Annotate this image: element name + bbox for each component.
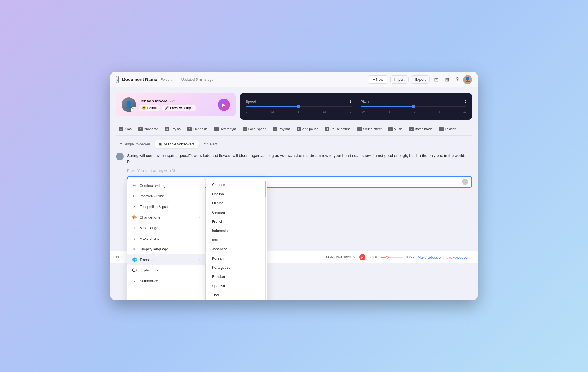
menu-improve-writing[interactable]: ↻ Improve writing [127, 191, 205, 201]
default-tag[interactable]: 😊 Default [139, 105, 160, 111]
tab-single-voiceover[interactable]: ≡ Single voiceover [116, 140, 154, 148]
toolbar-local-speed[interactable]: ≈ Local speed [240, 125, 269, 133]
menu-explain-this[interactable]: 💬 Explain this [127, 265, 205, 275]
fix-spelling-icon: ✓ [132, 204, 137, 209]
menu-make-shorter[interactable]: ↕ Make shorter [127, 233, 205, 244]
lang-italian[interactable]: Italian [206, 235, 267, 244]
ai-menu: ✏ Continue writing ↻ Improve writing ✓ [127, 178, 205, 300]
menu-simplify-language[interactable]: ≈ Simplify language [127, 244, 205, 254]
export-button[interactable]: Export [411, 75, 430, 84]
tab-select-icon: ≡ [204, 142, 206, 146]
time-end: 00:27 [406, 255, 414, 259]
ai-send-button[interactable]: → [462, 179, 468, 185]
bgm-name: love_wins [336, 255, 351, 259]
toolbar-add-pause[interactable]: II Add pause [294, 125, 321, 133]
language-scrollbar [265, 181, 266, 300]
back-button[interactable]: ‹ [116, 76, 119, 83]
rhythm-icon: ♪ [273, 127, 277, 131]
main-content: 👤 ♡ Jenson Moore · 24K 😊 Default 🎤 Previ… [110, 87, 478, 195]
improve-writing-icon: ↻ [132, 194, 137, 199]
preview-tag[interactable]: 🎤 Preview sample [162, 105, 196, 111]
grid-icon-button[interactable]: ⊞ [443, 75, 451, 84]
cast-icon-button[interactable]: ⊡ [432, 75, 441, 84]
lang-portuguese[interactable]: Portuguese [206, 263, 267, 272]
progress-bar-mini[interactable] [381, 257, 403, 258]
voice-name-row: Jenson Moore · 24K [139, 99, 196, 104]
pitch-fill [361, 106, 414, 107]
voice-card-left: 👤 ♡ Jenson Moore · 24K 😊 Default 🎤 Previ… [122, 97, 196, 112]
continue-writing-icon: ✏ [132, 183, 137, 188]
toolbar-music[interactable]: ♫ Music [386, 125, 405, 133]
toolbar-pause-setting[interactable]: ⚙ Pause setting [322, 125, 354, 133]
import-button[interactable]: Import [390, 75, 409, 84]
voice-panel: 👤 ♡ Jenson Moore · 24K 😊 Default 🎤 Previ… [116, 93, 472, 120]
make-videos-button[interactable]: Make videos with this voiceover → [418, 255, 473, 260]
speed-ticks: 0 0.5 1 1.5 2 [246, 110, 352, 113]
lang-filipino[interactable]: Filipino [206, 199, 267, 208]
batch-mode-icon: ≡ [409, 127, 414, 131]
menu-make-longer[interactable]: ↕ Make longer [127, 222, 205, 233]
toolbar: A Alias P Phoneme S Say as E Emphasis H … [116, 123, 472, 136]
avatar[interactable]: 👤 [463, 75, 472, 84]
new-button[interactable]: + New [368, 75, 388, 84]
toolbar-rhythm[interactable]: ♪ Rhythm [270, 125, 293, 133]
bgm-close-icon[interactable]: ✕ [353, 255, 356, 260]
voice-name: Jenson Moore [139, 99, 168, 103]
bottom-word-count: 0/100 [115, 255, 123, 259]
toolbar-sound-effect[interactable]: 🔊 Sound effect [355, 125, 384, 133]
heteronym-icon: H [214, 127, 219, 131]
emphasis-icon: E [187, 127, 192, 131]
speed-slider[interactable] [246, 106, 352, 107]
toolbar-emphasis[interactable]: E Emphasis [184, 125, 210, 133]
menu-summarize[interactable]: ≡ Summarize [127, 275, 205, 286]
pitch-slider[interactable] [361, 106, 467, 107]
pitch-thumb[interactable] [412, 105, 415, 108]
voice-card: 👤 ♡ Jenson Moore · 24K 😊 Default 🎤 Previ… [116, 93, 236, 116]
help-icon-button[interactable]: ? [454, 75, 461, 84]
lang-spanish[interactable]: Spanish [206, 281, 267, 290]
tab-multiple-icon: ⊞ [159, 142, 162, 146]
toolbar-say-as[interactable]: S Say as [162, 125, 183, 133]
lexicon-icon: L [439, 127, 444, 131]
header-left: ‹ Document Name Folder: – – Updated 5 mi… [116, 76, 364, 83]
lang-vietnamese[interactable]: Vietnamese [206, 300, 267, 300]
tab-multiple-voiceovers[interactable]: ⊞ Multiple voiceovers [155, 140, 199, 148]
updated-info: Updated 5 mins ago [181, 77, 213, 82]
toolbar-batch-mode[interactable]: ≡ Batch mode [406, 125, 435, 133]
menu-continue-writing[interactable]: ✏ Continue writing [127, 180, 205, 191]
lang-english[interactable]: English [206, 189, 267, 199]
progress-thumb[interactable] [386, 256, 389, 259]
change-tone-chevron: › [199, 215, 200, 219]
menu-translate[interactable]: 🌐 Translate › [127, 254, 205, 265]
speed-thumb[interactable] [297, 105, 300, 108]
play-button[interactable]: ▶ [218, 99, 230, 111]
editor-text[interactable]: Spring will come when spring goes.Flower… [116, 153, 472, 165]
lang-french[interactable]: French [206, 217, 267, 226]
lang-thai[interactable]: Thai [206, 290, 267, 300]
toolbar-lexicon[interactable]: L Lexicon [436, 125, 459, 133]
alias-icon: A [119, 127, 123, 131]
lang-chinese[interactable]: Chinese [206, 180, 267, 189]
translate-icon: 🌐 [132, 257, 137, 262]
menu-change-tone[interactable]: 🎨 Change tone › [127, 212, 205, 222]
lang-russian[interactable]: Russian [206, 272, 267, 281]
toolbar-phoneme[interactable]: P Phoneme [135, 125, 161, 133]
toolbar-alias[interactable]: A Alias [116, 125, 134, 133]
tab-select[interactable]: ≡ Select [200, 140, 221, 148]
phoneme-icon: P [138, 127, 143, 131]
header-right: + New Import Export ⊡ ⊞ ? 👤 [368, 75, 472, 84]
lang-german[interactable]: German [206, 208, 267, 217]
heart-icon[interactable]: ♡ [131, 107, 136, 112]
lang-indonesian[interactable]: Indonesian [206, 226, 267, 235]
toolbar-heteronym[interactable]: H Heteronym [211, 125, 239, 133]
cursor-arrow [273, 299, 286, 300]
pitch-label: Pitch [361, 99, 369, 104]
pause-setting-icon: ⚙ [325, 127, 329, 131]
lang-korean[interactable]: Korean [206, 254, 267, 263]
tabs: ≡ Single voiceover ⊞ Multiple voiceovers… [116, 140, 472, 148]
lang-japanese[interactable]: Japanese [206, 244, 267, 254]
play-mini-button[interactable]: ▶ [359, 254, 365, 260]
voice-controls: 😊 Default 🎤 Preview sample [139, 105, 196, 111]
menu-fix-spelling[interactable]: ✓ Fix spelling & grammer [127, 201, 205, 212]
make-shorter-icon: ↕ [132, 236, 137, 241]
